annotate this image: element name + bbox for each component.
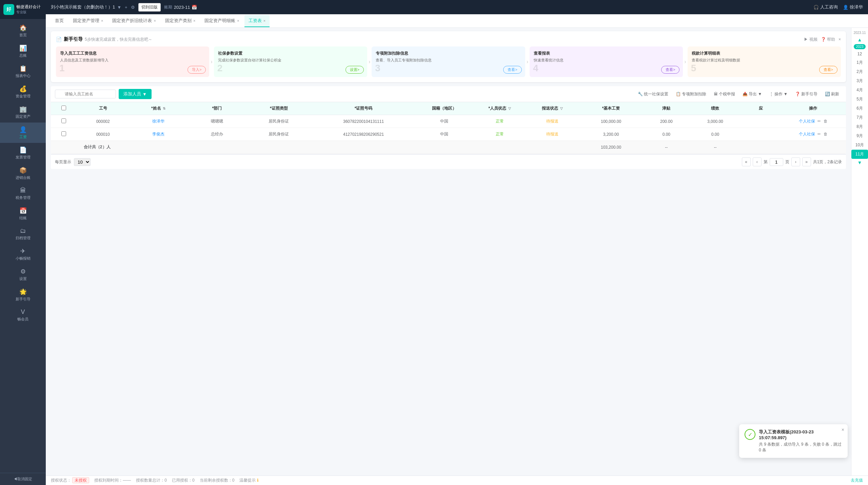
row2-name-link[interactable]: 李俊杰 xyxy=(152,132,164,136)
tab-payroll[interactable]: 工资表 × xyxy=(244,15,270,27)
cal-month-9[interactable]: 9月 xyxy=(851,131,868,141)
cal-month-2[interactable]: 2月 xyxy=(851,67,868,76)
add-account-icon[interactable]: + xyxy=(125,5,127,10)
user-profile-btn[interactable]: 👤 徐泽华 xyxy=(843,4,863,10)
th-bonus: 津贴 xyxy=(644,102,689,115)
tab-asset-detail-close[interactable]: × xyxy=(237,19,239,23)
sidebar-item-payroll[interactable]: 👤 工资 xyxy=(0,123,46,143)
sidebar-item-funds[interactable]: 💰 资金管理 xyxy=(0,82,46,102)
send-filter-icon[interactable]: ▽ xyxy=(560,107,563,110)
switch-old-version-btn[interactable]: 切到旧版 xyxy=(138,3,161,12)
account-dropdown-icon[interactable]: ▼ xyxy=(117,5,121,10)
row2-idnum: 412702198206290521 xyxy=(311,128,415,141)
employee-search-input[interactable] xyxy=(55,90,116,98)
remaining-auth-label: 当前剩余授权数：0 xyxy=(200,478,235,483)
sidebar-item-reports[interactable]: 📋 报表中心 xyxy=(0,61,46,82)
guide-toolbar-label: 新手引导 xyxy=(801,91,817,97)
add-person-label: 添加人员 xyxy=(123,91,141,97)
special-deduction-btn[interactable]: 📋 专项附加扣除 xyxy=(673,90,709,98)
human-service-btn[interactable]: 🎧 人工咨询 xyxy=(813,4,838,10)
per-page-select[interactable]: 10 20 50 xyxy=(74,158,91,166)
row2-delete-icon[interactable]: 🗑 xyxy=(824,132,828,136)
tab-payroll-close[interactable]: × xyxy=(263,19,265,23)
sidebar-label-ledger: 总账 xyxy=(19,53,27,58)
page-first-btn[interactable]: « xyxy=(742,157,751,166)
sidebar-item-expense[interactable]: ✈ 小畅报销 xyxy=(0,244,46,264)
sidebar-item-inventory[interactable]: 📦 进销台账 xyxy=(0,163,46,184)
cal-month-5[interactable]: 5月 xyxy=(851,95,868,104)
name-sort-icon[interactable]: ⇅ xyxy=(163,107,165,110)
row1-action-link[interactable]: 个人社保 xyxy=(799,119,815,124)
guide-video-btn[interactable]: ▶ 视频 xyxy=(804,37,817,42)
select-all-checkbox[interactable] xyxy=(61,106,66,110)
sidebar-item-home[interactable]: 🏠 首页 xyxy=(0,21,46,41)
row2-edit-icon[interactable]: ✏ xyxy=(817,132,821,136)
cal-month-4[interactable]: 4月 xyxy=(851,86,868,95)
cal-month-11[interactable]: 11月 xyxy=(851,150,868,159)
tab-asset-category-close[interactable]: × xyxy=(193,19,195,23)
guide-step-5-btn[interactable]: 查看> xyxy=(819,66,837,74)
refresh-btn[interactable]: 🔄 刷新 xyxy=(822,90,842,98)
cal-down-arrow[interactable]: ▼ xyxy=(851,159,868,166)
guide-step-3-btn[interactable]: 查看> xyxy=(503,66,521,74)
cal-month-1[interactable]: 1月 xyxy=(851,58,868,67)
sidebar-item-ledger[interactable]: 📊 总账 xyxy=(0,41,46,61)
guide-header-right: ▶ 视频 ❓ 帮助 × xyxy=(804,37,841,42)
row2-status: 正常 xyxy=(473,128,527,141)
cal-month-6[interactable]: 6月 xyxy=(851,104,868,113)
sidebar-item-archive[interactable]: 🗂 归档管理 xyxy=(0,224,46,244)
cal-month-12[interactable]: 12 xyxy=(851,50,868,58)
tab-payroll-label: 工资表 xyxy=(249,18,262,24)
row2-checkbox[interactable] xyxy=(61,131,66,136)
tab-fixed-assets[interactable]: 固定资产管理 × xyxy=(69,15,107,27)
guide-step-4-btn[interactable]: 查看> xyxy=(661,66,679,74)
row1-delete-icon[interactable]: 🗑 xyxy=(824,119,828,124)
tab-asset-detail[interactable]: 固定资产明细账 × xyxy=(200,15,243,27)
sidebar-item-assets[interactable]: 🏢 固定资产 xyxy=(0,102,46,123)
add-person-btn[interactable]: 添加人员 ▼ xyxy=(119,89,152,99)
tax-report-label: 个税申报 xyxy=(719,91,735,97)
page-last-btn[interactable]: » xyxy=(802,157,811,166)
cancel-fixed-btn[interactable]: ◀取消固定 xyxy=(14,477,32,482)
sidebar-item-tax[interactable]: 🏛 税务管理 xyxy=(0,184,46,204)
go-charge-btn[interactable]: 去充值 xyxy=(851,478,863,483)
export-btn[interactable]: 📤 导出 ▼ xyxy=(740,90,765,98)
cal-month-10[interactable]: 10月 xyxy=(851,141,868,150)
tab-fixed-assets-close[interactable]: × xyxy=(101,19,103,23)
cal-month-8[interactable]: 8月 xyxy=(851,122,868,131)
row2-action-link[interactable]: 个人社保 xyxy=(799,132,815,136)
guide-step-1-btn[interactable]: 导入> xyxy=(188,66,206,74)
tab-home[interactable]: 首页 xyxy=(51,15,68,27)
sidebar-item-invoice[interactable]: 📄 发票管理 xyxy=(0,143,46,163)
row1-checkbox[interactable] xyxy=(61,118,66,123)
cal-year-badge[interactable]: 2023 xyxy=(854,44,865,49)
guide-step-2-btn[interactable]: 设置> xyxy=(346,66,364,74)
toast-close-btn[interactable]: × xyxy=(842,427,844,432)
tab-depreciation[interactable]: 固定资产折旧统计表 × xyxy=(108,15,160,27)
cal-month-7[interactable]: 7月 xyxy=(851,113,868,122)
guide-close-icon[interactable]: × xyxy=(839,37,841,42)
sidebar-item-settings[interactable]: ⚙ 设置 xyxy=(0,264,46,285)
page-next-btn[interactable]: › xyxy=(791,157,800,166)
status-filter-icon[interactable]: ▽ xyxy=(508,107,511,110)
tab-asset-category[interactable]: 固定资产类别 × xyxy=(161,15,199,27)
sidebar-item-vip[interactable]: V 畅会员 xyxy=(0,305,46,325)
summary-bonus: -- xyxy=(644,141,689,154)
sidebar-item-closing[interactable]: 📅 结账 xyxy=(0,204,46,224)
tab-depreciation-close[interactable]: × xyxy=(154,19,156,23)
th-id-type: *证照类型 xyxy=(246,102,311,115)
calendar-icon[interactable]: 📅 xyxy=(192,5,197,10)
guide-help-btn[interactable]: ❓ 帮助 xyxy=(821,37,835,42)
settings-topbar-icon[interactable]: ⚙ xyxy=(131,5,135,10)
cal-up-arrow[interactable]: ▲ xyxy=(851,36,868,43)
cal-month-3[interactable]: 3月 xyxy=(851,76,868,86)
tax-report-btn[interactable]: 🏛 个税申报 xyxy=(711,90,738,98)
page-number-input[interactable] xyxy=(770,158,783,166)
page-prev-btn[interactable]: ‹ xyxy=(753,157,762,166)
operations-btn[interactable]: ⋮ 操作 ▼ xyxy=(767,90,790,98)
new-guide-btn[interactable]: ❓ 新手引导 xyxy=(792,90,820,98)
row1-edit-icon[interactable]: ✏ xyxy=(817,119,821,124)
social-insurance-btn[interactable]: 🔧 统一社保设置 xyxy=(635,90,671,98)
sidebar-item-guide[interactable]: 🌟 新手引导 xyxy=(0,285,46,305)
row1-name-link[interactable]: 徐泽华 xyxy=(152,119,164,124)
